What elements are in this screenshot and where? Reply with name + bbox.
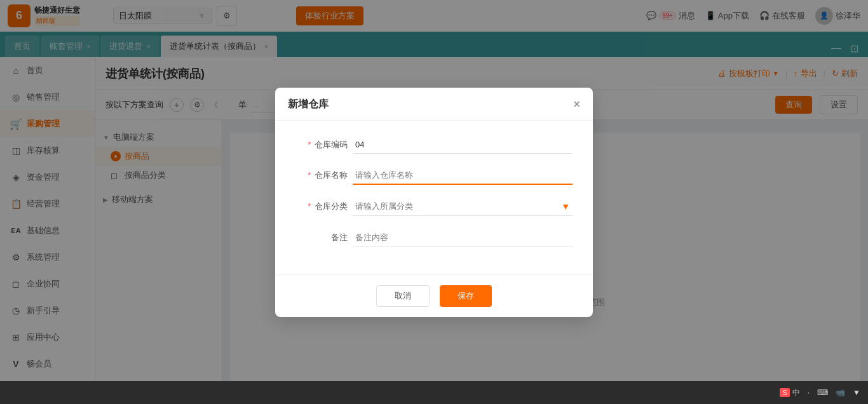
name-label: * 仓库名称: [295, 170, 353, 181]
remark-label: 备注: [295, 232, 353, 243]
category-select-input[interactable]: [355, 201, 561, 211]
modal-close-button[interactable]: ×: [573, 98, 580, 110]
bottom-dot-button[interactable]: ·: [808, 388, 810, 397]
remark-input[interactable]: [353, 229, 573, 246]
modal-title: 新增仓库: [288, 98, 329, 111]
keyboard-icon: ⌨: [817, 388, 828, 397]
bottom-lang-button[interactable]: S 中: [780, 387, 799, 398]
cancel-button[interactable]: 取消: [376, 285, 430, 307]
modal-header: 新增仓库 ×: [275, 88, 593, 121]
category-select-wrap[interactable]: ▼: [353, 198, 573, 216]
arrow-icon: ▼: [853, 388, 860, 397]
code-label: * 仓库编码: [295, 139, 353, 151]
camera-icon: 📹: [836, 388, 845, 397]
lang-icon: S: [780, 388, 789, 397]
bottom-keyboard-button[interactable]: ⌨: [817, 388, 828, 397]
dot-icon: ·: [808, 388, 810, 397]
bottom-camera-button[interactable]: 📹: [836, 388, 845, 397]
save-button[interactable]: 保存: [440, 285, 492, 307]
warehouse-name-input[interactable]: [353, 166, 573, 185]
warehouse-code-input[interactable]: [353, 136, 573, 154]
modal-overlay[interactable]: 新增仓库 × * 仓库编码 * 仓库名称: [0, 0, 868, 404]
form-row-category: * 仓库分类 ▼: [295, 198, 573, 216]
lang-label: 中: [792, 387, 800, 398]
category-label: * 仓库分类: [295, 201, 353, 212]
modal-footer: 取消 保存: [275, 274, 593, 317]
bottom-arrow-button[interactable]: ▼: [853, 388, 860, 397]
modal-body: * 仓库编码 * 仓库名称 * 仓库分类: [275, 121, 593, 274]
add-warehouse-modal: 新增仓库 × * 仓库编码 * 仓库名称: [275, 88, 593, 317]
bottom-bar: S 中 · ⌨ 📹 ▼: [0, 381, 868, 404]
form-row-code: * 仓库编码: [295, 136, 573, 154]
category-dropdown-icon: ▼: [561, 201, 570, 212]
form-row-remark: 备注: [295, 229, 573, 246]
form-row-name: * 仓库名称: [295, 166, 573, 185]
